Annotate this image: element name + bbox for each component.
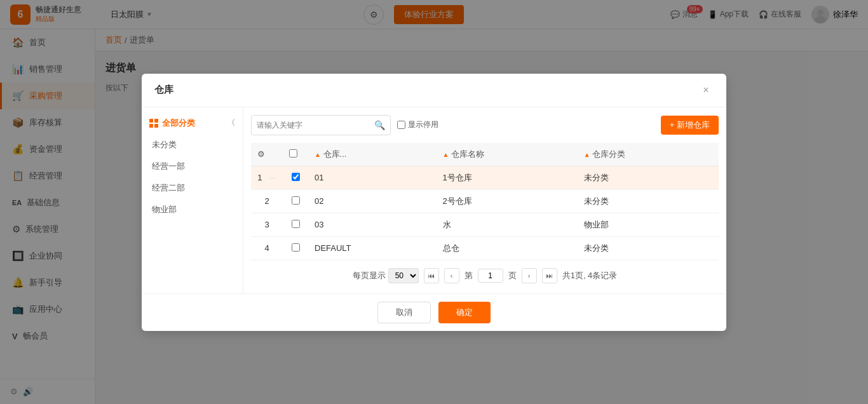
first-page-button[interactable]: ⏮: [424, 268, 439, 283]
page-label: 页: [508, 270, 517, 281]
th-code: ▲ 仓库...: [308, 143, 437, 166]
next-page-button[interactable]: ›: [522, 268, 537, 283]
cancel-button[interactable]: 取消: [377, 302, 431, 323]
search-input[interactable]: [257, 121, 374, 130]
table-toolbar: 🔍 显示停用 + 新增仓库: [251, 115, 719, 135]
confirm-button[interactable]: 确定: [438, 302, 491, 323]
per-page-label: 每页显示: [353, 270, 386, 281]
cell-check: [283, 166, 308, 189]
show-disabled-label: 显示停用: [408, 119, 438, 130]
cell-name: 2号仓库: [437, 189, 578, 213]
category-item-unclassified[interactable]: 未分类: [142, 134, 243, 156]
row-more-icon[interactable]: ···: [269, 173, 276, 182]
table-row[interactable]: 3 03 水 物业部: [251, 213, 719, 236]
gear-icon: ⚙: [257, 149, 265, 159]
sort-icon-name: ▲: [443, 151, 449, 158]
cell-category: 物业部: [578, 213, 719, 236]
warehouse-modal: 仓库 × 全部分类 《: [142, 74, 726, 331]
add-warehouse-button[interactable]: + 新增仓库: [661, 116, 719, 135]
show-disabled-option: 显示停用: [397, 119, 438, 130]
cell-category: 未分类: [578, 166, 719, 189]
search-box: 🔍: [251, 115, 391, 135]
category-all-header[interactable]: 全部分类 《: [142, 112, 243, 134]
modal-header: 仓库 ×: [142, 74, 726, 107]
th-check: [283, 143, 308, 166]
cell-name: 水: [437, 213, 578, 236]
select-all-checkbox[interactable]: [289, 149, 297, 158]
row-checkbox[interactable]: [292, 173, 300, 181]
modal-close-button[interactable]: ×: [698, 83, 714, 98]
cell-code: 02: [308, 189, 437, 213]
row-checkbox[interactable]: [292, 243, 300, 252]
table-row[interactable]: 4 DEFAULT 总仓 未分类: [251, 236, 719, 260]
search-icon[interactable]: 🔍: [374, 120, 385, 130]
table-row[interactable]: 2 02 2号仓库 未分类: [251, 189, 719, 213]
th-gear: ⚙: [251, 143, 283, 166]
modal-footer: 取消 确定: [142, 293, 726, 331]
cell-check: [283, 189, 308, 213]
category-item-ops1[interactable]: 经营一部: [142, 156, 243, 177]
page-number-input[interactable]: [478, 269, 503, 283]
collapse-arrow-icon[interactable]: 《: [227, 118, 235, 128]
category-panel: 全部分类 《 未分类 经营一部 经营二部 物业部: [142, 107, 243, 293]
category-all-label: 全部分类: [149, 118, 195, 129]
pagination: 每页显示 50 ⏮ ‹ 第 页 › ⏭ 共1页, 4条记录: [251, 260, 719, 286]
cell-num: 3: [251, 213, 283, 236]
cell-category: 未分类: [578, 236, 719, 260]
show-disabled-checkbox[interactable]: [397, 121, 405, 129]
modal-body: 全部分类 《 未分类 经营一部 经营二部 物业部 🔍: [142, 107, 726, 293]
th-category: ▲ 仓库分类: [578, 143, 719, 166]
category-item-property[interactable]: 物业部: [142, 199, 243, 220]
page-word: 第: [465, 270, 473, 281]
warehouse-table: ⚙ ▲ 仓库... ▲: [251, 143, 719, 260]
cell-check: [283, 236, 308, 260]
per-page-select[interactable]: 50: [388, 268, 419, 283]
cell-name: 1号仓库: [437, 166, 578, 189]
last-page-button[interactable]: ⏭: [542, 268, 557, 283]
table-panel: 🔍 显示停用 + 新增仓库 ⚙: [243, 107, 726, 293]
grid-icon: [149, 119, 158, 128]
sort-icon-category: ▲: [584, 151, 590, 158]
prev-page-button[interactable]: ‹: [444, 268, 459, 283]
table-row[interactable]: 1 ··· 01 1号仓库 未分类: [251, 166, 719, 189]
modal-title: 仓库: [154, 84, 173, 96]
table-header-row: ⚙ ▲ 仓库... ▲: [251, 143, 719, 166]
sort-icon-code: ▲: [315, 151, 321, 158]
category-item-ops2[interactable]: 经营二部: [142, 177, 243, 199]
cell-num: 4: [251, 236, 283, 260]
cell-num: 2: [251, 189, 283, 213]
th-name: ▲ 仓库名称: [437, 143, 578, 166]
cell-code: 01: [308, 166, 437, 189]
row-checkbox[interactable]: [292, 196, 300, 205]
table-body: 1 ··· 01 1号仓库 未分类 2 02 2号仓库 未分类 3: [251, 166, 719, 260]
total-info: 共1页, 4条记录: [562, 270, 618, 281]
cell-name: 总仓: [437, 236, 578, 260]
cell-category: 未分类: [578, 189, 719, 213]
cell-code: DEFAULT: [308, 236, 437, 260]
cell-num: 1 ···: [251, 166, 283, 189]
page-size-selector: 每页显示 50: [353, 268, 419, 283]
row-checkbox[interactable]: [292, 220, 300, 228]
modal-overlay: 仓库 × 全部分类 《: [0, 0, 868, 404]
cell-check: [283, 213, 308, 236]
cell-code: 03: [308, 213, 437, 236]
table-container: ⚙ ▲ 仓库... ▲: [251, 143, 719, 260]
